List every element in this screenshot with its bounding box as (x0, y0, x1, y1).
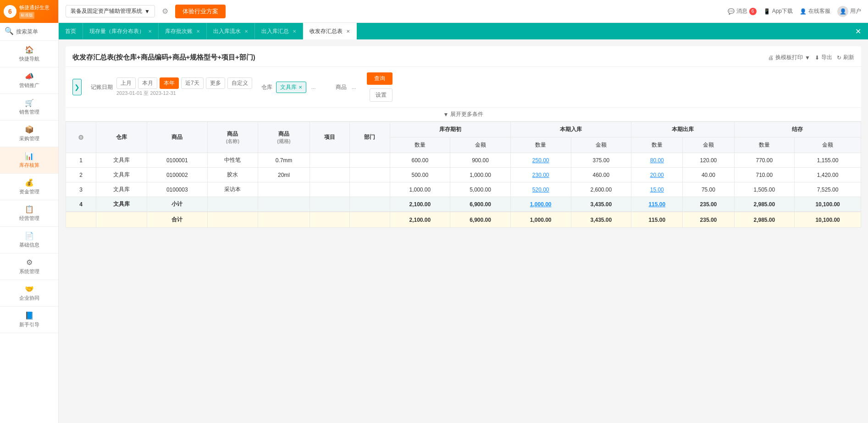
experience-btn[interactable]: 体验行业方案 (175, 5, 226, 18)
tab-recv-send-close[interactable]: ✕ (346, 29, 350, 34)
sidebar-item-operation[interactable]: 📋 经营管理 (0, 200, 58, 227)
subtotal-empty2 (258, 197, 310, 212)
warehouse-tag-close-icon[interactable]: ✕ (299, 85, 302, 90)
row2-out-qty[interactable]: 20.00 (631, 168, 683, 182)
sidebar-item-basic[interactable]: 📄 基础信息 (0, 227, 58, 253)
sidebar-basic-label: 基础信息 (19, 242, 39, 248)
date-btn-more[interactable]: 更多 (206, 77, 225, 89)
system-title: 装备及固定资产辅助管理系统 (71, 7, 142, 15)
export-btn[interactable]: ⬇ 导出 (815, 54, 832, 61)
date-btn-this-month[interactable]: 本月 (138, 77, 157, 89)
row2-closing-amt: 1,420.00 (795, 168, 861, 182)
finance-icon: 💰 (25, 178, 34, 187)
tab-batch-close[interactable]: ✕ (196, 29, 200, 34)
online-service-item[interactable]: 👤 在线客服 (800, 7, 830, 15)
service-icon: 👤 (800, 8, 807, 15)
row3-out-qty[interactable]: 15.00 (631, 182, 683, 197)
col-header-settings[interactable]: ⚙ (66, 122, 96, 153)
col-settings-icon[interactable]: ⚙ (78, 134, 84, 141)
tab-inout-flow[interactable]: 出入库流水 ✕ (207, 23, 255, 39)
sidebar-item-purchase[interactable]: 📦 采购管理 (0, 121, 58, 147)
print-dropdown-icon: ▼ (805, 55, 810, 61)
tab-inout-flow-close[interactable]: ✕ (244, 29, 248, 34)
date-btn-7days[interactable]: 近7天 (181, 77, 204, 89)
row2-in-qty[interactable]: 230.00 (510, 168, 571, 182)
tab-recv-send-summary[interactable]: 收发存汇总表 ✕ (303, 23, 357, 39)
warehouse-more-btn[interactable]: ... (310, 82, 317, 92)
sidebar-item-corp[interactable]: 🤝 企业协同 (0, 280, 58, 307)
subtotal-opening-amt: 6,900.00 (450, 197, 511, 212)
row1-warehouse: 文具库 (96, 153, 147, 168)
goods-more-btn[interactable]: ... (350, 82, 358, 92)
gear-settings-icon[interactable]: ⚙ (162, 7, 168, 16)
query-button[interactable]: 查询 (367, 72, 393, 85)
total-empty0 (66, 212, 96, 228)
date-btn-custom[interactable]: 自定义 (227, 77, 252, 89)
tab-inout-summary-label: 出入库汇总 (261, 27, 289, 35)
row3-closing-qty: 1,505.00 (734, 182, 795, 197)
row2-spec: 20ml (258, 168, 310, 182)
col-header-out: 本期出库 (631, 122, 734, 137)
app-download-item[interactable]: 📱 App下载 (763, 7, 793, 15)
sidebar-item-search[interactable]: 🔍 搜索菜单 (0, 23, 58, 41)
tab-inout-summary-close[interactable]: ✕ (293, 29, 296, 34)
tab-bar: 首页 现存量（库存分布表） ✕ 库存批次账 ✕ 出入库流水 ✕ 出入库汇总 ✕ … (59, 23, 868, 39)
subtotal-empty3 (310, 197, 349, 212)
col-sub-out-qty: 数量 (631, 137, 683, 153)
date-btn-this-year[interactable]: 本年 (160, 77, 179, 89)
operation-icon: 📋 (25, 205, 34, 214)
tab-batch[interactable]: 库存批次账 ✕ (159, 23, 207, 39)
sidebar-item-newbie[interactable]: 📘 新手引导 (0, 307, 58, 333)
total-opening-qty: 2,100.00 (390, 212, 450, 228)
total-label: 合计 (147, 212, 207, 228)
tab-stock-dist-close[interactable]: ✕ (148, 29, 152, 34)
row3-in-qty[interactable]: 520.00 (510, 182, 571, 197)
expand-more-btn[interactable]: ▼ 展开更多条件 (443, 110, 484, 118)
tab-recv-send-label: 收发存汇总表 (310, 27, 343, 35)
total-empty4 (310, 212, 349, 228)
table-row: 3 文具库 0100003 采访本 1,000.00 5,000.00 520.… (66, 182, 861, 197)
message-item[interactable]: 💬 消息 6 (728, 7, 757, 15)
set-button[interactable]: 设置 (370, 88, 393, 102)
sidebar-item-quick-nav[interactable]: 🏠 快捷导航 (0, 41, 58, 67)
subtotal-closing-amt: 10,100.00 (795, 197, 861, 212)
sidebar-item-marketing[interactable]: 📣 营销推广 (0, 67, 58, 94)
subtotal-in-qty[interactable]: 1,000.00 (510, 197, 571, 212)
tab-home-label: 首页 (65, 27, 76, 35)
query-area: 查询 设置 (367, 72, 393, 102)
warehouse-tag[interactable]: 文具库 ✕ (276, 82, 306, 93)
row1-out-qty[interactable]: 80.00 (631, 153, 683, 168)
row1-dept (350, 153, 390, 168)
row1-in-qty[interactable]: 250.00 (510, 153, 571, 168)
total-in-amt: 3,435.00 (571, 212, 631, 228)
user-item[interactable]: 👤 用户 (837, 6, 861, 17)
print-btn[interactable]: 🖨 换模板打印 ▼ (768, 54, 810, 61)
system-selector[interactable]: 装备及固定资产辅助管理系统 ▼ (66, 5, 155, 17)
tab-inout-summary[interactable]: 出入库汇总 ✕ (255, 23, 303, 39)
tabbar-close-btn[interactable]: ✕ (848, 27, 868, 36)
subtotal-label: 小计 (147, 197, 207, 212)
tab-stock-dist[interactable]: 现存量（库存分布表） ✕ (83, 23, 159, 39)
sidebar-item-finance[interactable]: 💰 资金管理 (0, 174, 58, 200)
sidebar-item-inventory[interactable]: 📊 库存核算 (0, 147, 58, 174)
warehouse-filter-label: 仓库 (261, 83, 272, 91)
filter-toggle-btn[interactable]: ❯ (72, 79, 82, 95)
row2-closing-qty: 710.00 (734, 168, 795, 182)
col-sub-in-amt: 金额 (571, 137, 631, 153)
subtotal-out-qty[interactable]: 115.00 (631, 197, 683, 212)
tab-home[interactable]: 首页 (59, 23, 83, 39)
date-range-display: 2023-01-01 至 2023-12-31 (116, 90, 252, 97)
header: 装备及固定资产辅助管理系统 ▼ ⚙ 体验行业方案 💬 消息 6 📱 App下载 … (59, 0, 868, 23)
row1-closing-qty: 770.00 (734, 153, 795, 168)
refresh-btn[interactable]: ↻ 刷新 (837, 54, 854, 61)
subtotal-empty4 (350, 197, 390, 212)
sidebar-item-system[interactable]: ⚙ 系统管理 (0, 253, 58, 280)
sidebar-logo: 6 畅捷通好生意 标准版 (0, 0, 58, 23)
row1-in-amt: 375.00 (571, 153, 631, 168)
subtotal-warehouse: 文具库 (96, 197, 147, 212)
purchase-icon: 📦 (25, 125, 34, 134)
col-header-dept: 部门 (350, 122, 390, 153)
sidebar-item-sales[interactable]: 🛒 销售管理 (0, 94, 58, 121)
date-btn-prev-month[interactable]: 上月 (116, 77, 136, 89)
sales-icon: 🛒 (25, 99, 34, 107)
